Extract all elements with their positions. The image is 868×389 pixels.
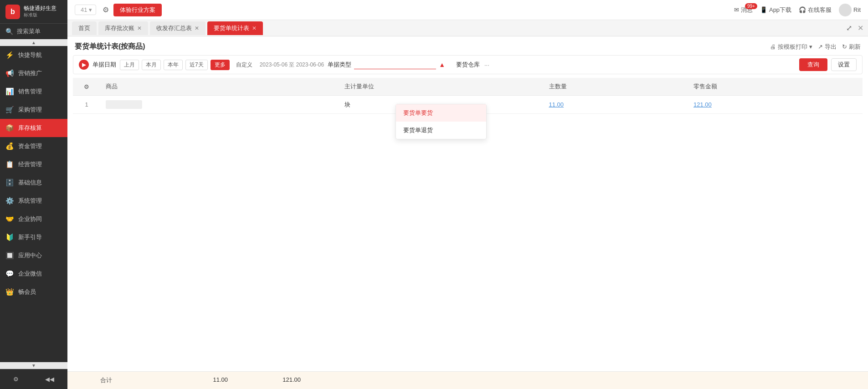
topbar-left: 41 ▾ ⚙ 体验行业方案: [75, 4, 162, 16]
tab-batch-close[interactable]: ✕: [137, 25, 142, 31]
tab-summary[interactable]: 收发存汇总表 ✕: [150, 21, 205, 35]
tab-summary-close[interactable]: ✕: [195, 25, 199, 31]
filter-toggle-btn[interactable]: ▶: [79, 60, 89, 70]
search-menu[interactable]: 🔍 搜索菜单: [0, 24, 67, 39]
phone-icon: 📱: [760, 6, 767, 13]
collapse-icon: ◀◀: [45, 376, 54, 383]
sidebar-item-enterprise[interactable]: 🤝 企业协同: [0, 210, 67, 228]
filter-actions: 查询 设置: [799, 58, 857, 71]
date-recent-btn[interactable]: 近7天: [185, 60, 208, 70]
messages-btn[interactable]: ✉ 消息 99+: [734, 6, 753, 14]
cell-goods: [100, 96, 339, 114]
date-prev-btn[interactable]: 上月: [120, 60, 139, 70]
user-profile[interactable]: Rit: [839, 4, 861, 16]
date-curr-btn[interactable]: 本月: [142, 60, 161, 70]
app-download-label: App下载: [769, 6, 791, 14]
dropdown-item-1[interactable]: 要货单退货: [396, 122, 486, 139]
finance-icon: 💰: [5, 142, 14, 150]
operation-icon: 📋: [5, 160, 14, 169]
store-number: 41: [81, 6, 87, 13]
print-btn[interactable]: 🖨 按模板打印 ▾: [770, 43, 812, 51]
sidebar-scroll-up[interactable]: ▲: [0, 39, 67, 46]
sidebar-scroll-down[interactable]: ▼: [0, 362, 67, 369]
col-settings-header[interactable]: ⚙: [73, 78, 100, 96]
footer-quantity: 11.00: [182, 376, 228, 384]
sidebar-item-operation[interactable]: 📋 经营管理: [0, 155, 67, 174]
refresh-icon: ↻: [842, 43, 847, 50]
warehouse-filter-section: 要货仓库 ···: [449, 61, 489, 69]
sidebar-settings-btn[interactable]: ⚙: [9, 373, 23, 385]
sidebar-item-sales[interactable]: 📊 销售管理: [0, 82, 67, 101]
dropdown-item-0[interactable]: 要货单要货: [396, 104, 486, 122]
topbar-right: ✉ 消息 99+ 📱 App下载 🎧 在线客服 Rit: [734, 4, 861, 16]
sidebar-item-label: 营销推广: [18, 69, 42, 77]
col-goods-header: 商品: [100, 78, 339, 96]
type-filter-label: 单据类型: [328, 61, 351, 69]
filter-settings-btn[interactable]: 设置: [831, 58, 857, 71]
sidebar-item-label: 快捷导航: [18, 51, 42, 59]
main-content: 41 ▾ ⚙ 体验行业方案 ✉ 消息 99+ 📱 App下载 🎧 在线客服 R: [67, 0, 868, 389]
date-filter-btns: 上月 本月 本年 近7天 更多 自定义: [120, 60, 256, 70]
print-icon: 🖨: [770, 43, 776, 50]
sidebar-nav: ⚡ 快捷导航 📢 营销推广 📊 销售管理 🛒 采购管理 📦 库存核算 💰 资金管…: [0, 46, 67, 362]
tab-home[interactable]: 首页: [72, 21, 97, 35]
online-service-btn[interactable]: 🎧 在线客服: [799, 6, 832, 14]
sidebar-item-marketing[interactable]: 📢 营销推广: [0, 64, 67, 82]
enterprise-icon: 🤝: [5, 215, 14, 223]
tab-expand-btn[interactable]: ⤢: [844, 24, 854, 32]
tab-batch-account[interactable]: 库存批次账 ✕: [98, 21, 148, 35]
sidebar-item-finance[interactable]: 💰 资金管理: [0, 137, 67, 155]
chevron-down-icon: ▾: [89, 6, 92, 13]
sidebar-item-wechat[interactable]: 💬 企业微信: [0, 265, 67, 283]
export-btn[interactable]: ↗ 导出: [818, 43, 837, 51]
tab-order-label: 要货单统计表: [214, 24, 249, 32]
quantity-link[interactable]: 11.00: [549, 101, 564, 108]
sidebar-item-label: 资金管理: [18, 142, 42, 150]
sidebar-item-label: 企业协同: [18, 215, 42, 223]
sidebar-item-purchase[interactable]: 🛒 采购管理: [0, 101, 67, 119]
sidebar-item-quick-nav[interactable]: ⚡ 快捷导航: [0, 46, 67, 64]
refresh-btn[interactable]: ↻ 刷新: [842, 43, 861, 51]
type-filter-section: 单据类型 ▲: [328, 60, 445, 69]
col-quantity-header: 主数量: [544, 78, 688, 96]
sales-icon: 📊: [5, 87, 14, 96]
date-filter-label: 单据日期: [92, 61, 116, 69]
warehouse-filter-label: 要货仓库: [456, 61, 480, 69]
sidebar-item-guide[interactable]: 🔰 新手引导: [0, 228, 67, 246]
sidebar-item-label: 基础信息: [18, 179, 42, 187]
headset-icon: 🎧: [799, 6, 806, 13]
cell-quantity: 11.00: [544, 96, 688, 114]
query-btn[interactable]: 查询: [799, 58, 827, 71]
date-more-btn[interactable]: 更多: [211, 60, 230, 70]
page-header: 要货单统计表(按商品) 🖨 按模板打印 ▾ ↗ 导出 ↻ 刷新: [67, 36, 868, 55]
sidebar-item-inventory[interactable]: 📦 库存核算: [0, 119, 67, 137]
type-dropdown-arrow[interactable]: ▲: [439, 61, 445, 68]
sidebar-item-appstore[interactable]: 🔲 应用中心: [0, 246, 67, 265]
trial-btn[interactable]: 体验行业方案: [113, 4, 162, 16]
quick-nav-icon: ⚡: [5, 51, 14, 59]
vip-icon: 👑: [5, 288, 14, 296]
page-title: 要货单统计表(按商品): [75, 42, 145, 51]
tab-batch-label: 库存批次账: [105, 24, 134, 32]
column-settings-icon[interactable]: ⚙: [84, 83, 89, 90]
tab-order-stats[interactable]: 要货单统计表 ✕: [207, 21, 263, 35]
date-custom-btn[interactable]: 自定义: [232, 60, 256, 70]
topbar-gear-icon[interactable]: ⚙: [103, 5, 109, 14]
tab-close-all-btn[interactable]: ✕: [858, 24, 863, 32]
col-amount-header: 零售金额: [688, 78, 863, 96]
app-download-btn[interactable]: 📱 App下载: [760, 6, 791, 14]
warehouse-more-icon[interactable]: ···: [484, 61, 489, 68]
tab-order-close[interactable]: ✕: [252, 25, 257, 31]
sidebar-item-basic[interactable]: 🗄️ 基础信息: [0, 174, 67, 192]
sidebar-item-label: 畅会员: [18, 288, 36, 296]
sidebar-item-label: 采购管理: [18, 106, 42, 114]
type-filter-input[interactable]: [354, 60, 436, 69]
sidebar-item-system[interactable]: ⚙️ 系统管理: [0, 192, 67, 210]
amount-link[interactable]: 121.00: [693, 101, 712, 108]
sidebar-item-vip[interactable]: 👑 畅会员: [0, 283, 67, 301]
store-dropdown[interactable]: 41 ▾: [75, 5, 96, 15]
sidebar-collapse-btn[interactable]: ◀◀: [41, 373, 59, 385]
refresh-label: 刷新: [849, 43, 861, 51]
date-year-btn[interactable]: 本年: [164, 60, 183, 70]
col-unit-header: 主计量单位: [339, 78, 543, 96]
